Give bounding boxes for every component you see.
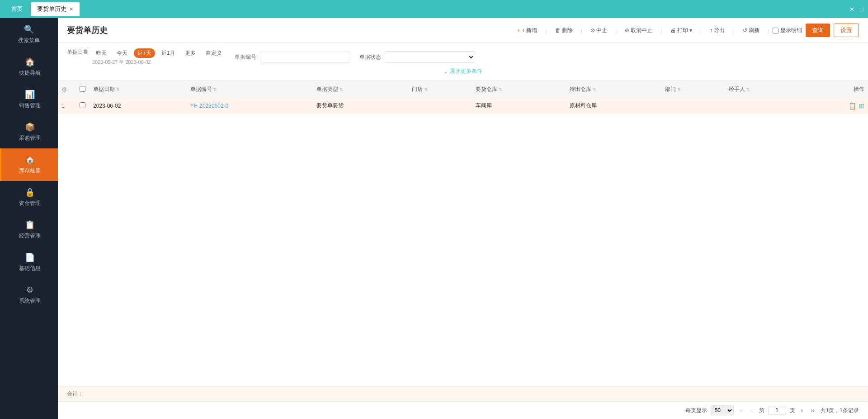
- export-button[interactable]: ↑ 导出: [705, 24, 729, 37]
- row-detail-icon[interactable]: ⊞: [859, 102, 864, 110]
- export-icon: ↑: [710, 27, 712, 33]
- th-pending-warehouse: 待出仓库 ⇅: [566, 81, 661, 98]
- suspend-button[interactable]: ⊘ 中止: [586, 24, 612, 37]
- table-row: 1 2023-06-02 YH-20230602-0 要货单要货 车间库 原材料…: [58, 98, 868, 114]
- table-area: ⚙ 单据日期 ⇅ 单据编号: [58, 81, 868, 386]
- print-icon: 🖨: [670, 27, 676, 33]
- row-checkbox[interactable]: [80, 102, 85, 108]
- main-layout: 🔍 搜索菜单 🏠 快捷导航 📊 销售管理 📦 采购管理 🏠 库存核算 🔒 资金管…: [0, 18, 868, 419]
- th-bill-number: 单据编号 ⇅: [187, 81, 313, 98]
- sidebar-item-inventory-calc[interactable]: 🏠 库存核算: [0, 148, 58, 181]
- refresh-button[interactable]: ↺ 刷新: [738, 24, 764, 37]
- cancel-suspend-icon: ⊘: [625, 27, 629, 33]
- sort-bill-date-icon: ⇅: [116, 87, 120, 92]
- tab-requisition-history[interactable]: 要货单历史 ✕: [31, 2, 80, 16]
- new-button[interactable]: + + 新增: [513, 24, 542, 37]
- sales-mgmt-icon: 📊: [25, 90, 35, 100]
- window-actions: ✕ □: [849, 6, 863, 13]
- row-actions-cell: 📋 ⊞: [804, 98, 868, 114]
- page-actions: + + 新增 | 🗑 删除 | ⊘ 中止 | ⊘ 取消中止 |: [513, 24, 859, 37]
- sort-handler-icon: ⇅: [746, 87, 750, 92]
- expand-more-icon: ⌄: [443, 68, 448, 75]
- th-department: 部门 ⇅: [661, 81, 725, 98]
- pagination-last[interactable]: ››: [809, 406, 817, 414]
- date-1month[interactable]: 近1月: [158, 48, 179, 58]
- date-custom[interactable]: 自定义: [202, 48, 226, 58]
- sidebar-item-system-mgmt[interactable]: ⚙ 系统管理: [0, 279, 58, 311]
- print-dropdown-icon: ▾: [689, 27, 692, 33]
- sort-department-icon: ⇅: [677, 87, 681, 92]
- row-checkbox-cell: [76, 98, 90, 114]
- bill-number-link[interactable]: YH-20230602-0: [190, 103, 229, 109]
- sidebar-item-fund-mgmt[interactable]: 🔒 资金管理: [0, 181, 58, 214]
- pagination-first[interactable]: ‹‹: [737, 406, 745, 414]
- row-handler: [725, 98, 804, 114]
- bill-status-label: 单据状态: [359, 53, 381, 61]
- expand-more-button[interactable]: ⌄ 展开更多条件: [67, 67, 859, 75]
- row-bill-type: 要货单要货: [313, 98, 408, 114]
- th-bill-type: 单据类型 ⇅: [313, 81, 408, 98]
- show-detail-input[interactable]: [773, 28, 778, 33]
- row-pending-warehouse: 原材料仓库: [566, 98, 661, 114]
- delete-button[interactable]: 🗑 删除: [551, 24, 577, 37]
- date-yesterday[interactable]: 昨天: [92, 48, 110, 58]
- row-store: [408, 98, 472, 114]
- window-close-icon[interactable]: ✕: [849, 6, 854, 13]
- tab-bar: 首页 要货单历史 ✕: [5, 2, 849, 16]
- total-label: 合计：: [67, 390, 83, 397]
- th-bill-date: 单据日期 ⇅: [90, 81, 187, 98]
- th-checkbox: [76, 81, 90, 98]
- row-edit-icon[interactable]: 📋: [849, 102, 856, 110]
- bill-status-select[interactable]: [385, 51, 475, 63]
- pagination-next[interactable]: ›: [799, 406, 805, 414]
- sidebar-item-search-menu[interactable]: 🔍 搜索菜单: [0, 18, 58, 51]
- date-options: 昨天 今天 近7天 近1月 更多 自定义: [92, 48, 226, 58]
- query-button[interactable]: 查询: [806, 24, 830, 37]
- tab-close-icon[interactable]: ✕: [69, 6, 73, 12]
- sidebar-item-purchase-mgmt[interactable]: 📦 采购管理: [0, 116, 58, 148]
- fund-mgmt-icon: 🔒: [25, 187, 35, 197]
- column-settings-icon[interactable]: ⚙: [61, 86, 67, 93]
- page-header: 要货单历史 + + 新增 | 🗑 删除 | ⊘ 中止 | ⊘: [58, 18, 868, 43]
- bill-number-label: 单据编号: [235, 53, 256, 61]
- sidebar-item-shortcut-nav[interactable]: 🏠 快捷导航: [0, 51, 58, 83]
- data-table: ⚙ 单据日期 ⇅ 单据编号: [58, 81, 868, 114]
- page-input[interactable]: [768, 406, 786, 415]
- inventory-calc-icon: 🏠: [25, 155, 35, 165]
- print-button[interactable]: 🖨 打印 ▾: [666, 24, 697, 37]
- bill-date-label: 单据日期: [67, 48, 89, 56]
- sidebar-item-sales-mgmt[interactable]: 📊 销售管理: [0, 83, 58, 116]
- settings-button[interactable]: 设置: [834, 24, 859, 37]
- bill-status-filter: 单据状态: [359, 51, 475, 63]
- date-7days[interactable]: 近7天: [134, 48, 155, 58]
- row-num: 1: [58, 98, 76, 114]
- sidebar-item-operation-mgmt[interactable]: 📋 经营管理: [0, 214, 58, 246]
- table-header-row: ⚙ 单据日期 ⇅ 单据编号: [58, 81, 868, 98]
- basic-info-icon: 📄: [25, 252, 35, 262]
- tab-home[interactable]: 首页: [5, 2, 29, 16]
- th-gear: ⚙: [58, 81, 76, 98]
- bill-date-filter: 单据日期 昨天 今天 近7天 近1月 更多 自定义 2023-05-27 至 2…: [67, 48, 226, 66]
- page-size-select[interactable]: 50 10 20 100: [711, 405, 734, 415]
- sidebar: 🔍 搜索菜单 🏠 快捷导航 📊 销售管理 📦 采购管理 🏠 库存核算 🔒 资金管…: [0, 18, 58, 419]
- row-department: [661, 98, 725, 114]
- th-handler: 经手人 ⇅: [725, 81, 804, 98]
- pagination: 每页显示 50 10 20 100 ‹‹ ‹ 第 页 › ›› 共1页，1条记录: [58, 401, 868, 419]
- select-all-checkbox[interactable]: [80, 86, 85, 92]
- row-req-warehouse: 车间库: [472, 98, 566, 114]
- new-icon: +: [517, 27, 520, 33]
- sort-store-icon: ⇅: [424, 87, 428, 92]
- date-today[interactable]: 今天: [113, 48, 131, 58]
- show-detail-checkbox[interactable]: 显示明细: [773, 27, 802, 34]
- cancel-suspend-button[interactable]: ⊘ 取消中止: [620, 24, 657, 37]
- row-bill-number: YH-20230602-0: [187, 98, 313, 114]
- table-footer: 合计：: [58, 386, 868, 401]
- sort-bill-type-icon: ⇅: [340, 87, 343, 92]
- pagination-prev[interactable]: ‹: [749, 406, 755, 414]
- row-action-buttons: 📋 ⊞: [808, 102, 864, 110]
- window-maximize-icon[interactable]: □: [860, 6, 863, 13]
- sort-bill-number-icon: ⇅: [213, 87, 217, 92]
- date-more[interactable]: 更多: [181, 48, 199, 58]
- sidebar-item-basic-info[interactable]: 📄 基础信息: [0, 246, 58, 279]
- bill-number-input[interactable]: [260, 52, 350, 62]
